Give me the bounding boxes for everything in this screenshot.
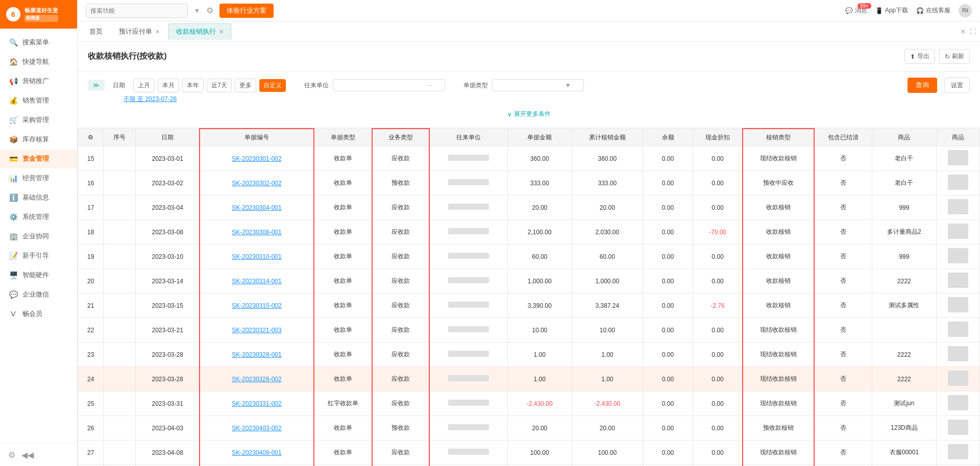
sidebar-item-basic-info[interactable]: ℹ️ 基础信息	[0, 188, 77, 207]
online-service-link[interactable]: 🎧 在线客服	[916, 6, 950, 15]
tab-collection-close-icon[interactable]: ✕	[219, 29, 224, 35]
td-product: 测试jun	[872, 391, 937, 416]
bill-no-link[interactable]: SK-20230321-003	[232, 327, 281, 334]
sidebar-item-finance[interactable]: 💳 资金管理	[0, 149, 77, 168]
bill-no-link[interactable]: SK-20230328-001	[232, 351, 281, 358]
filter-this-year[interactable]: 本年	[182, 79, 204, 92]
date-range-display[interactable]: 不限 至 2023-07-26	[124, 95, 177, 104]
td-bill-type: 红字收款单	[314, 391, 372, 416]
bill-no-link[interactable]: SK-20230302-002	[232, 180, 281, 187]
table-row: 23 2023-03-28 SK-20230328-001 收款单 应收款 1.…	[78, 342, 980, 367]
bill-no-link[interactable]: SK-20230308-001	[232, 229, 281, 236]
breadcrumb-input[interactable]	[86, 4, 188, 18]
td-no: 26	[78, 416, 104, 440]
td-partner	[429, 342, 508, 367]
td-cash-discount: 0.00	[693, 171, 743, 195]
filter-custom-button[interactable]: 自定义	[259, 79, 286, 92]
tab-home[interactable]: 首页	[82, 23, 110, 40]
bill-no-link[interactable]: SK-20230310-001	[232, 253, 281, 260]
td-total-cancel: 100.00	[572, 440, 643, 465]
settings-button[interactable]: 设置	[944, 78, 970, 93]
bill-no-link[interactable]: SK-20230304-001	[232, 204, 281, 211]
th-date: 日期	[136, 129, 200, 146]
basic-info-icon: ℹ️	[8, 193, 18, 202]
sidebar-item-sales[interactable]: 💰 销售管理	[0, 91, 77, 110]
td-bill-type: 收款单	[314, 146, 372, 171]
column-settings-icon[interactable]: ⚙	[88, 134, 93, 141]
td-biz-type: 应收款	[372, 269, 429, 293]
td-date: 2023-04-03	[136, 416, 200, 440]
td-cancel-type: 现结收款核销	[743, 146, 814, 171]
filter-last-month[interactable]: 上月	[133, 79, 155, 92]
td-partner	[429, 293, 508, 318]
sidebar-item-system[interactable]: ⚙️ 系统管理	[0, 207, 77, 227]
td-bill-no: SK-20230328-001	[200, 342, 313, 367]
tab-prepay-close-icon[interactable]: ✕	[155, 29, 160, 35]
filter-7days[interactable]: 近7天	[207, 79, 232, 92]
td-include-settled: 否	[814, 171, 872, 195]
collapse-icon[interactable]: ◀◀	[21, 450, 34, 460]
td-no: 24	[78, 367, 104, 391]
tab-prepay[interactable]: 预计应付单 ✕	[111, 23, 167, 40]
th-settings[interactable]: ⚙	[78, 129, 104, 146]
td-total-cancel: 3,387.24	[572, 293, 643, 318]
partner-select[interactable]: ···	[333, 79, 445, 91]
filter-this-month[interactable]: 本月	[158, 79, 179, 92]
sidebar-item-hardware[interactable]: 🖥️ 智能硬件	[0, 265, 77, 285]
bill-no-link[interactable]: SK-20230315-002	[232, 302, 281, 309]
td-no: 21	[78, 293, 104, 318]
td-product: 多计量商品2	[872, 220, 937, 244]
refresh-button[interactable]: ↻ 刷新	[939, 49, 970, 64]
sidebar-item-purchase[interactable]: 🛒 采购管理	[0, 110, 77, 130]
td-biz-type: 应收款	[372, 220, 429, 244]
expand-more-row: ∨ 展开更多条件	[88, 107, 970, 121]
inventory-icon: 📦	[8, 135, 18, 143]
th-no: 序号	[104, 129, 136, 146]
user-avatar: Rit	[959, 4, 972, 17]
filter-more-dates[interactable]: 更多	[235, 79, 256, 92]
td-cash-discount: 0.00	[693, 367, 743, 391]
expand-more-button[interactable]: ∨ 展开更多条件	[507, 110, 551, 118]
bill-no-link[interactable]: SK-20230328-002	[232, 376, 281, 383]
sidebar-item-search-menu[interactable]: 🔍 搜索菜单	[0, 33, 77, 52]
td-bill-type: 收款单	[314, 195, 372, 220]
filter-toggle-button[interactable]: ≫	[88, 80, 105, 91]
notification-area[interactable]: 💬 消息 99+	[845, 6, 867, 15]
table-row: 17 2023-03-04 SK-20230304-001 收款单 应收款 20…	[78, 195, 980, 220]
td-no: 22	[78, 318, 104, 342]
tab-collection-exec[interactable]: 收款核销执行 ✕	[168, 23, 231, 40]
bill-no-link[interactable]: SK-20230314-001	[232, 278, 281, 285]
query-button[interactable]: 查询	[908, 78, 937, 93]
export-button[interactable]: ⬆ 导出	[904, 49, 935, 64]
sidebar-item-enterprise[interactable]: 🏢 企业协同	[0, 227, 77, 246]
td-product2	[936, 440, 979, 465]
bill-type-select[interactable]: ▼	[492, 79, 584, 91]
sidebar-item-wechat[interactable]: 💬 企业微信	[0, 285, 77, 304]
td-include-settled: 否	[814, 391, 872, 416]
bill-no-link[interactable]: SK-20230403-002	[232, 425, 281, 432]
td-product2	[936, 146, 979, 171]
sidebar-item-operations[interactable]: 📊 经营管理	[0, 168, 77, 188]
sidebar-item-member[interactable]: V 畅会员	[0, 304, 77, 324]
td-cash-discount: 0.00	[693, 318, 743, 342]
bill-no-link[interactable]: SK-20230331-002	[232, 400, 281, 407]
solution-button[interactable]: 体验行业方案	[219, 4, 274, 18]
th-cash-discount: 现金折扣	[693, 129, 743, 146]
header-gear-icon[interactable]: ⚙	[206, 6, 213, 15]
sidebar-item-quick-nav[interactable]: 🏠 快捷导航	[0, 52, 77, 71]
sidebar-item-marketing[interactable]: 📢 营销推广	[0, 71, 77, 91]
tab-close-all-icon[interactable]: ✕	[961, 28, 966, 35]
app-download-link[interactable]: 📱 App下载	[875, 6, 908, 15]
bill-no-link[interactable]: SK-20230408-001	[232, 449, 281, 456]
table-row: 22 2023-03-21 SK-20230321-003 收款单 应收款 10…	[78, 318, 980, 342]
settings-footer-icon[interactable]: ⚙	[8, 450, 15, 460]
td-biz-type: 应收款	[372, 195, 429, 220]
td-no-extra	[104, 440, 136, 465]
sidebar-item-inventory[interactable]: 📦 库存核算	[0, 130, 77, 149]
bill-no-link[interactable]: SK-20230301-002	[232, 155, 281, 162]
user-profile[interactable]: Rit	[959, 4, 972, 17]
td-partner	[429, 391, 508, 416]
tab-maximize-icon[interactable]: ⛶	[970, 28, 976, 35]
sidebar-item-guide[interactable]: 📝 新手引导	[0, 246, 77, 265]
td-include-settled: 否	[814, 244, 872, 269]
